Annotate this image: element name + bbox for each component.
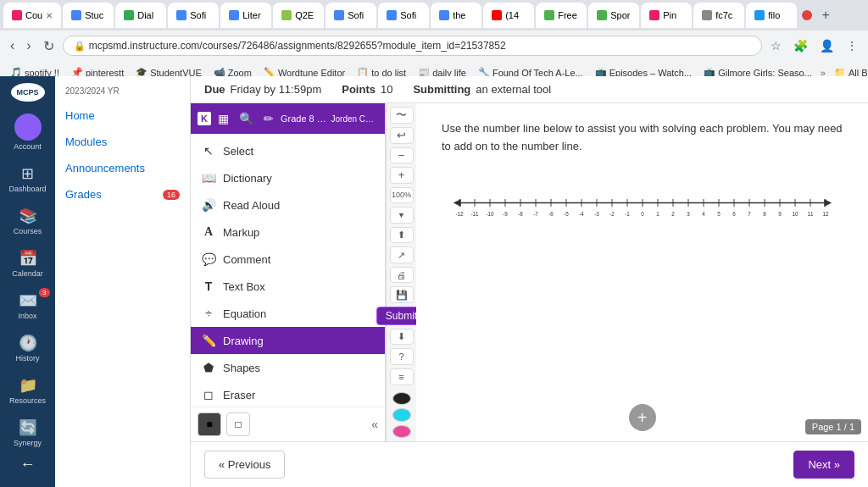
tab-stuc[interactable]: Stuc: [63, 3, 114, 28]
history-icon: 🕐: [19, 334, 37, 352]
save-btn[interactable]: 💾: [390, 286, 414, 303]
forward-btn[interactable]: ›: [23, 35, 34, 57]
tool-comment[interactable]: 💬 Comment: [191, 246, 385, 273]
search-icon[interactable]: 🔍: [236, 110, 257, 127]
tab-dial[interactable]: Dial: [115, 3, 166, 28]
zoom-out-btn[interactable]: −: [390, 147, 414, 164]
bookmark-star-btn[interactable]: ☆: [767, 36, 785, 56]
new-tab-btn[interactable]: +: [814, 3, 837, 27]
calendar-label: Calendar: [12, 269, 43, 278]
tab-fc7c[interactable]: fc7c: [693, 3, 744, 28]
sidebar-item-account[interactable]: Account: [4, 108, 52, 156]
profile-btn[interactable]: 👤: [816, 36, 837, 56]
tool-text-box[interactable]: T Text Box: [191, 273, 385, 300]
kuta-icon[interactable]: K: [198, 112, 211, 125]
color-cyan[interactable]: [392, 408, 411, 422]
tool-read-aloud[interactable]: 🔊 Read Aloud: [191, 191, 385, 219]
menu-btn[interactable]: ⋮: [843, 36, 861, 56]
import-btn[interactable]: ⬆: [390, 227, 414, 244]
share-btn[interactable]: ↗: [390, 246, 414, 263]
tab-filo[interactable]: filo: [746, 3, 797, 28]
tool-equation-label: Equation: [223, 307, 266, 320]
pdf-content-area: Use the number line below to assist you …: [416, 103, 868, 441]
extensions-btn[interactable]: 🧩: [790, 36, 811, 56]
pdf-title: Grade 8 Math-...: [281, 113, 328, 124]
submitting-field: Submitting an external tool: [413, 83, 551, 96]
tool-drawing[interactable]: ✏️ Drawing: [191, 327, 385, 354]
markup-icon: A: [201, 224, 216, 240]
tool-select-label: Select: [223, 145, 253, 158]
svg-text:8: 8: [763, 210, 766, 216]
download-btn[interactable]: ⬇: [390, 329, 414, 346]
nav-announcements-link[interactable]: Announcements: [55, 155, 190, 181]
print-btn[interactable]: 🖨: [390, 267, 414, 284]
tool-equation[interactable]: ÷ Equation: [191, 300, 385, 327]
tool-eraser[interactable]: ◻ Eraser: [191, 381, 385, 407]
tab-the[interactable]: the: [431, 3, 481, 28]
grades-badge: 16: [163, 190, 180, 200]
svg-text:-12: -12: [455, 210, 464, 216]
tab-close-btn[interactable]: ✕: [46, 11, 53, 20]
color-black[interactable]: [392, 392, 411, 406]
sidebar-item-calendar[interactable]: 📅 Calendar: [4, 244, 52, 283]
tab-sofi2[interactable]: Sofi: [326, 3, 376, 28]
more-btn[interactable]: ≡: [390, 368, 414, 385]
collapse-panel-btn[interactable]: «: [371, 418, 378, 431]
pdf-right-tools: 〜 ↩ − + 100% ▼ ⬆ ↗ 🖨 💾 Submit ⬇ ? ≡: [386, 103, 416, 441]
sidebar-item-resources[interactable]: 📁 Resources: [4, 371, 52, 410]
light-toggle-btn[interactable]: □: [226, 412, 250, 436]
page-current-num: 1: [837, 422, 842, 432]
refresh-btn[interactable]: ↻: [40, 35, 58, 58]
bottom-nav: « Previous Next »: [191, 441, 868, 487]
select-icon: ↖: [201, 143, 216, 158]
next-btn[interactable]: Next »: [793, 451, 854, 479]
active-tab[interactable]: Cou ✕: [3, 3, 61, 28]
tab-spor[interactable]: Spor: [588, 3, 639, 28]
tab-sofi1[interactable]: Sofi: [168, 3, 219, 28]
courses-icon: 📚: [19, 207, 37, 225]
sidebar-back-btn[interactable]: ←: [20, 456, 36, 473]
sidebar-item-inbox[interactable]: ✉️ Inbox 3: [4, 286, 52, 325]
tab-sofi3[interactable]: Sofi: [378, 3, 429, 28]
resources-label: Resources: [9, 396, 46, 405]
tab-free[interactable]: Free: [536, 3, 587, 28]
dashboard-label: Dashboard: [8, 185, 46, 193]
grid-icon[interactable]: ▦: [214, 110, 232, 127]
tool-shapes[interactable]: ⬟ Shapes: [191, 354, 385, 381]
tool-dictionary[interactable]: 📖 Dictionary: [191, 164, 385, 191]
sidebar-item-synergy[interactable]: 🔄 Synergy: [4, 413, 52, 452]
submitting-value: an external tool: [476, 83, 551, 96]
back-btn[interactable]: ‹: [7, 35, 18, 57]
nav-home-link[interactable]: Home: [55, 102, 190, 129]
sidebar-item-history[interactable]: 🕐 History: [4, 329, 52, 368]
svg-text:-2: -2: [609, 210, 615, 216]
dark-toggle-btn[interactable]: ■: [198, 412, 221, 436]
tab-pin[interactable]: Pin: [641, 3, 692, 28]
tool-select[interactable]: ↖ Select: [191, 137, 385, 164]
nav-panel: 2023/2024 YR Home Modules Announcements …: [55, 76, 191, 487]
undo-btn[interactable]: ↩: [390, 127, 414, 144]
address-bar[interactable]: 🔒 mcpsmd.instructure.com/courses/726486/…: [63, 36, 762, 56]
previous-btn[interactable]: « Previous: [204, 451, 285, 479]
edit-icon[interactable]: ✏: [260, 110, 277, 127]
tab-q2e[interactable]: Q2E: [273, 3, 324, 28]
zoom-level-btn[interactable]: 100%: [390, 187, 414, 204]
nav-grades-link[interactable]: Grades 16: [55, 181, 190, 208]
zoom-in-btn[interactable]: +: [390, 167, 414, 184]
tool-markup[interactable]: A Markup: [191, 219, 385, 246]
sidebar-item-courses[interactable]: 📚 Courses: [4, 202, 52, 241]
help-btn[interactable]: ?: [390, 348, 414, 365]
points-value: 10: [381, 83, 392, 96]
address-text: mcpsmd.instructure.com/courses/726486/as…: [89, 40, 506, 52]
zoom-dropdown-btn[interactable]: ▼: [390, 207, 414, 224]
curve-tool-btn[interactable]: 〜: [390, 107, 414, 124]
svg-text:-5: -5: [564, 210, 569, 216]
tab-liter[interactable]: Liter: [220, 3, 271, 28]
nav-modules-link[interactable]: Modules: [55, 129, 190, 155]
tab-yt[interactable]: (14: [483, 3, 534, 28]
svg-text:10: 10: [792, 210, 798, 216]
sidebar-item-dashboard[interactable]: ⊞ Dashboard: [4, 159, 52, 198]
color-pink[interactable]: [392, 425, 411, 439]
add-page-btn[interactable]: +: [629, 404, 656, 431]
tool-shapes-label: Shapes: [223, 362, 260, 374]
